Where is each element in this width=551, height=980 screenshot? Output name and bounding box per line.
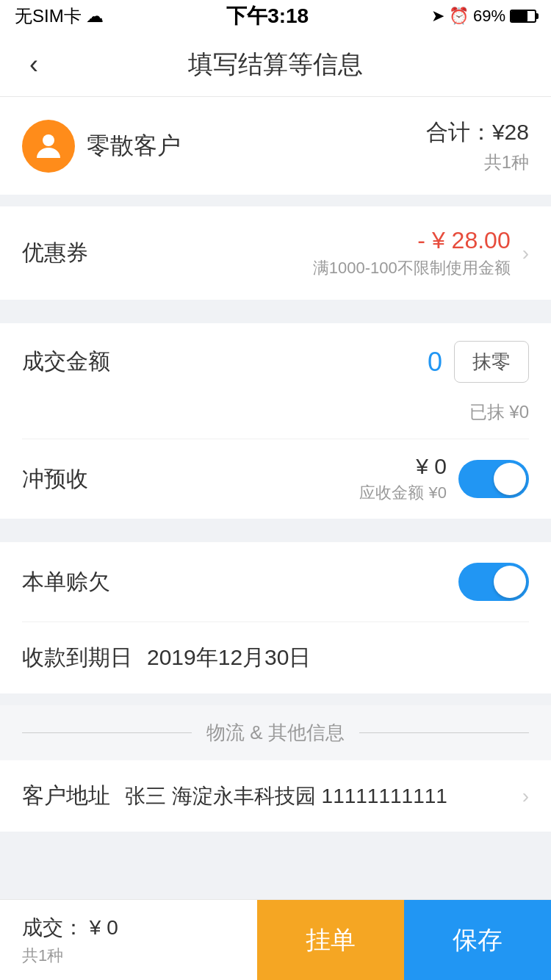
transaction-row: 成交金额 0 抹零	[0, 323, 551, 400]
address-value: 张三 海淀永丰科技园 11111111111	[125, 782, 522, 810]
due-date-label: 收款到期日	[22, 643, 132, 673]
prepay-value: ¥ 0	[359, 454, 447, 479]
address-row[interactable]: 客户地址 张三 海淀永丰科技园 11111111111 ›	[0, 760, 551, 832]
transaction-value[interactable]: 0	[398, 347, 442, 378]
customer-row: 零散客户 合计：¥28 共1种	[0, 97, 551, 195]
debt-row: 本单赊欠	[0, 542, 551, 621]
bottom-trans-label: 成交： ¥ 0	[22, 914, 235, 942]
debt-toggle-thumb	[494, 566, 526, 598]
customer-right: 合计：¥28 共1种	[426, 118, 529, 174]
nav-bar: ‹ 填写结算等信息	[0, 32, 551, 97]
prepay-label: 冲预收	[22, 464, 88, 494]
gray-divider-2	[0, 519, 551, 530]
back-button[interactable]: ‹	[22, 42, 46, 87]
coupon-row[interactable]: 优惠券 - ¥ 28.00 满1000-100不限制使用金额 ›	[0, 206, 551, 300]
chevron-right-icon: ›	[522, 242, 529, 265]
address-section: 客户地址 张三 海淀永丰科技园 11111111111 ›	[0, 760, 551, 832]
status-bar: 无SIM卡 ☁ 下午3:18 ➤ ⏰ 69%	[0, 0, 551, 32]
customer-avatar	[22, 120, 75, 173]
customer-section: 零散客户 合计：¥28 共1种	[0, 97, 551, 195]
due-date-row: 收款到期日 2019年12月30日	[0, 622, 551, 693]
location-icon: ➤	[431, 7, 444, 26]
battery-icon	[510, 10, 536, 23]
logistics-title: 物流 & 其他信息	[192, 720, 359, 746]
bottom-trans-value: ¥ 0	[90, 916, 118, 939]
prepay-values: ¥ 0 应收金额 ¥0	[359, 454, 447, 504]
coupon-amount: - ¥ 28.00	[313, 227, 511, 254]
status-right: ➤ ⏰ 69%	[431, 7, 536, 26]
coupon-label: 优惠券	[22, 238, 88, 268]
address-label: 客户地址	[22, 781, 110, 811]
debt-section: 本单赊欠 收款到期日 2019年12月30日	[0, 542, 551, 693]
logistics-line-right	[359, 732, 529, 733]
transaction-section: 成交金额 0 抹零 已抹 ¥0 冲预收 ¥ 0 应收金额 ¥0	[0, 323, 551, 519]
content: 零散客户 合计：¥28 共1种 优惠券 - ¥ 28.00 满1000-100不…	[0, 97, 551, 932]
gray-divider-1	[0, 311, 551, 323]
address-chevron-icon: ›	[522, 785, 529, 808]
toggle-thumb	[494, 463, 526, 495]
transaction-sub: 已抹 ¥0	[0, 400, 551, 439]
customer-left: 零散客户	[22, 120, 181, 173]
status-left: 无SIM卡 ☁	[15, 4, 104, 28]
sim-label: 无SIM卡 ☁	[15, 4, 104, 28]
logistics-line-left	[22, 732, 192, 733]
customer-name: 零散客户	[87, 130, 181, 162]
svg-point-0	[43, 134, 54, 146]
round-zero-button[interactable]: 抹零	[454, 341, 529, 383]
prepay-right: ¥ 0 应收金额 ¥0	[359, 454, 529, 504]
logistics-header: 物流 & 其他信息	[0, 705, 551, 760]
gray-divider-3	[0, 693, 551, 705]
prepay-toggle[interactable]	[458, 460, 529, 498]
debt-toggle[interactable]	[458, 563, 529, 601]
due-date-value[interactable]: 2019年12月30日	[147, 643, 311, 673]
total-count: 共1种	[426, 151, 529, 174]
bottom-summary: 成交： ¥ 0 共1种	[0, 914, 257, 967]
hang-button[interactable]: 挂单	[257, 900, 404, 981]
save-button[interactable]: 保存	[404, 900, 551, 981]
bottom-trans-prefix: 成交：	[22, 916, 84, 939]
debt-label: 本单赊欠	[22, 567, 110, 597]
bottom-bar: 成交： ¥ 0 共1种 挂单 保存	[0, 899, 551, 980]
transaction-input-area: 0 抹零	[398, 341, 529, 383]
alarm-icon: ⏰	[449, 7, 469, 26]
page-title: 填写结算等信息	[188, 48, 363, 82]
person-icon	[31, 129, 66, 164]
transaction-label: 成交金额	[22, 347, 110, 377]
battery-percent: 69%	[473, 7, 505, 26]
coupon-sub: 满1000-100不限制使用金额	[313, 257, 511, 279]
coupon-right: - ¥ 28.00 满1000-100不限制使用金额 ›	[313, 227, 529, 279]
coupon-value-block: - ¥ 28.00 满1000-100不限制使用金额	[313, 227, 511, 279]
total-amount: 合计：¥28	[426, 118, 529, 148]
prepay-row: 冲预收 ¥ 0 应收金额 ¥0	[0, 439, 551, 519]
prepay-sub: 应收金额 ¥0	[359, 482, 447, 504]
status-time: 下午3:18	[226, 2, 309, 30]
coupon-section: 优惠券 - ¥ 28.00 满1000-100不限制使用金额 ›	[0, 206, 551, 300]
bottom-count: 共1种	[22, 945, 235, 967]
